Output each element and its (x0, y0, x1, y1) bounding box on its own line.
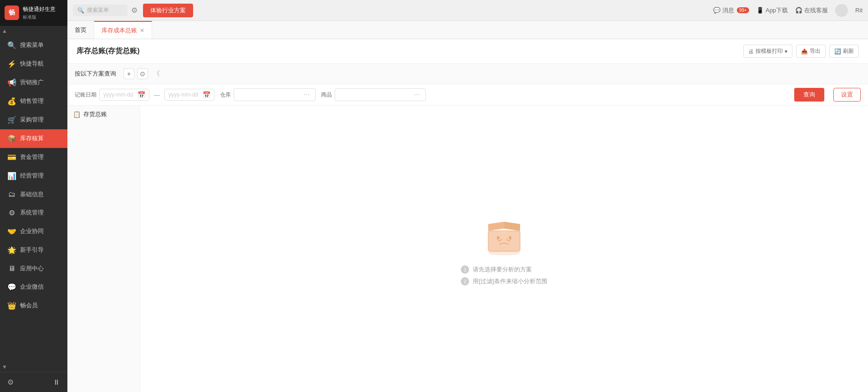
main-area: 🔍 搜索菜单 ⚙ 体验行业方案 💬 消息 99+ 📱 App下载 🎧 在线客服 … (67, 0, 868, 392)
topbar-gear-icon[interactable]: ⚙ (131, 6, 138, 15)
app-logo: 畅 畅捷通好生意 标准版 (0, 0, 67, 26)
sidebar-icon-appstore: 🖥 (7, 265, 16, 273)
message-badge: 99+ (737, 7, 749, 13)
warehouse-more-icon[interactable]: ··· (302, 91, 311, 99)
sidebar-item-operations[interactable]: 📊 经营管理 (0, 167, 67, 185)
sidebar-icon-purchase: 🛒 (7, 116, 16, 124)
sidebar-label-enterprise: 企业协同 (20, 227, 44, 235)
tab-home[interactable]: 首页 (67, 21, 94, 39)
sidebar-icon-enterprise: 🤝 (7, 227, 16, 236)
date-start-input[interactable]: yyyy-mm-dd 📅 (99, 89, 149, 101)
topbar-search-box[interactable]: 🔍 搜索菜单 (73, 5, 128, 16)
sidebar-item-sales[interactable]: 💰 销售管理 (0, 92, 67, 111)
sidebar-item-marketing[interactable]: 📢 营销推广 (0, 73, 67, 92)
sidebar-label-inventory: 库存核算 (20, 134, 44, 143)
refresh-btn[interactable]: 🔄 刷新 (829, 45, 859, 58)
sidebar-icon-quick-nav: ⚡ (7, 60, 16, 68)
message-icon: 💬 (713, 7, 720, 14)
sidebar-item-inventory[interactable]: 📦 库存核算 (0, 129, 67, 148)
app-download-label: App下载 (766, 6, 788, 15)
export-btn[interactable]: 📤 导出 (796, 45, 826, 58)
sidebar-label-appstore: 应用中心 (20, 265, 44, 273)
topbar: 🔍 搜索菜单 ⚙ 体验行业方案 💬 消息 99+ 📱 App下载 🎧 在线客服 … (67, 0, 868, 21)
filter-area: 按以下方案查询 + ⊙ 《 (67, 64, 868, 84)
sidebar-item-quick-nav[interactable]: ⚡ 快捷导航 (0, 55, 67, 73)
svg-point-10 (497, 236, 500, 239)
empty-state: 1 请先选择要分析的方案 2 用[过滤]条件来缩小分析范围 (140, 106, 868, 392)
sidebar-label-newbie: 新手引导 (20, 246, 44, 254)
warehouse-filter-field: 仓库 ··· (220, 88, 316, 101)
sidebar-scroll-down[interactable]: ▼ (0, 362, 67, 372)
sidebar-scroll-up[interactable]: ▲ (0, 26, 67, 36)
svg-point-11 (509, 236, 511, 239)
query-btn[interactable]: 查询 (794, 88, 824, 102)
sidebar-item-finance[interactable]: 💳 资金管理 (0, 148, 67, 167)
svg-marker-2 (488, 222, 504, 231)
refresh-icon: 🔄 (834, 48, 841, 55)
user-avatar[interactable] (835, 4, 848, 17)
filter-actions: + ⊙ (123, 68, 148, 79)
sidebar-label-operations: 经营管理 (20, 172, 44, 180)
headset-icon: 🎧 (795, 7, 802, 14)
tabs-bar: 首页库存成本总账✕ (67, 21, 868, 39)
date-start-placeholder: yyyy-mm-dd (103, 92, 133, 98)
sidebar-item-basic[interactable]: 🗂 基础信息 (0, 185, 67, 204)
page-title: 库存总账(存货总账) (77, 46, 140, 56)
sidebar-item-appstore[interactable]: 🖥 应用中心 (0, 260, 67, 278)
filter-add-btn[interactable]: + (123, 68, 134, 79)
sidebar-item-member[interactable]: 👑 畅会员 (0, 296, 67, 315)
sidebar-icon-operations: 📊 (7, 172, 16, 180)
empty-illustration (477, 213, 531, 258)
filter-collapse-btn[interactable]: 《 (153, 70, 160, 78)
tab-inventory-ledger[interactable]: 库存成本总账✕ (94, 21, 152, 39)
topbar-search-placeholder: 搜索菜单 (87, 6, 109, 14)
search-icon: 🔍 (77, 7, 84, 14)
logo-text-block: 畅捷通好生意 标准版 (23, 5, 56, 20)
sidebar-label-system: 系统管理 (20, 209, 44, 217)
sidebar-icon-search: 🔍 (7, 41, 16, 50)
tip-text-2: 用[过滤]条件来缩小分析范围 (473, 277, 547, 285)
print-icon: 🖨 (748, 48, 754, 55)
filter-label: 按以下方案查询 (75, 70, 116, 78)
sidebar-label-search: 搜索菜单 (20, 41, 44, 49)
tip-text-1: 请先选择要分析的方案 (473, 265, 532, 274)
svg-rect-5 (500, 230, 508, 238)
export-icon: 📤 (801, 48, 808, 55)
page-header: 库存总账(存货总账) 🖨 按模板打印 ▾ 📤 导出 🔄 刷新 (67, 39, 868, 64)
sidebar-icon-member: 👑 (7, 301, 16, 310)
sidebar-item-purchase[interactable]: 🛒 采购管理 (0, 111, 67, 129)
online-service-label: 在线客服 (804, 6, 828, 15)
goods-more-icon[interactable]: ··· (412, 91, 422, 99)
sidebar-item-search[interactable]: 🔍 搜索菜单 (0, 36, 67, 55)
calendar-start-icon: 📅 (138, 91, 145, 98)
sidebar-item-system[interactable]: ⚙ 系统管理 (0, 204, 67, 222)
app-name: 畅捷通好生意 (23, 5, 56, 13)
sidebar-item-newbie[interactable]: 🌟 新手引导 (0, 241, 67, 260)
industry-btn[interactable]: 体验行业方案 (143, 4, 193, 17)
tip-num-1: 1 (461, 265, 469, 274)
sidebar-icon-marketing: 📢 (7, 78, 16, 87)
online-service-item[interactable]: 🎧 在线客服 (795, 6, 828, 15)
calendar-end-icon: 📅 (203, 91, 210, 98)
audio-icon[interactable]: ⏸ (53, 378, 60, 387)
warehouse-input[interactable]: ··· (234, 88, 316, 101)
logo-icon: 畅 (5, 5, 19, 20)
sidebar-item-enterprise[interactable]: 🤝 企业协同 (0, 222, 67, 241)
scheme-item-goods-ledger[interactable]: 📋 存货总账 (67, 106, 140, 123)
tab-label-home: 首页 (75, 26, 87, 34)
sidebar-label-member: 畅会员 (20, 301, 38, 310)
app-download-item[interactable]: 📱 App下载 (756, 6, 788, 15)
print-btn[interactable]: 🖨 按模板打印 ▾ (743, 45, 792, 58)
tab-close-inventory-ledger[interactable]: ✕ (140, 27, 144, 34)
settings-btn[interactable]: 设置 (833, 88, 861, 102)
app-tag: 标准版 (23, 14, 56, 20)
sidebar-item-wechat[interactable]: 💬 企业微信 (0, 278, 67, 296)
message-item[interactable]: 💬 消息 99+ (713, 6, 749, 15)
settings-icon[interactable]: ⚙ (7, 378, 14, 387)
goods-input[interactable]: ··· (335, 88, 426, 101)
date-end-input[interactable]: yyyy-mm-dd 📅 (164, 89, 214, 101)
filter-settings-btn[interactable]: ⊙ (137, 68, 148, 79)
sidebar: 畅 畅捷通好生意 标准版 ▲ 🔍 搜索菜单 ⚡ 快捷导航 📢 营销推广 💰 销售… (0, 0, 67, 392)
sidebar-label-marketing: 营销推广 (20, 78, 44, 87)
empty-tips: 1 请先选择要分析的方案 2 用[过滤]条件来缩小分析范围 (461, 265, 547, 285)
